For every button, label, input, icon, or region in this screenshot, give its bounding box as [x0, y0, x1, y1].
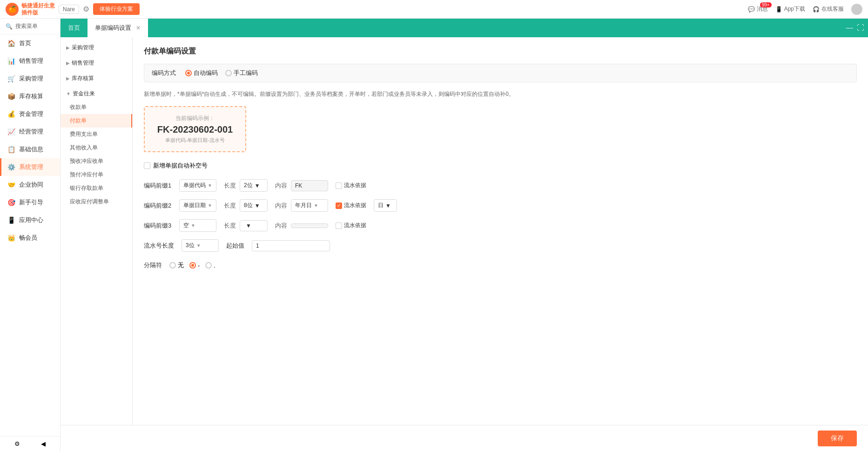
nav-section-purchase: ▶ 采购管理 [61, 41, 132, 54]
chevron-down-icon-p2: ▼ [208, 203, 212, 208]
nav-item-expense[interactable]: 费用支出单 [61, 128, 132, 141]
chevron-down-icon-p1: ▼ [208, 183, 212, 188]
prefix2-select[interactable]: 单据日期 ▼ [179, 199, 216, 212]
separator-label: 分隔符 [144, 261, 162, 269]
encoding-radio-group: 自动编码 手工编码 [185, 69, 258, 77]
serial-checkbox-2[interactable]: ✓ [336, 202, 342, 209]
operation-icon: 📈 [7, 128, 15, 136]
sep-dot-char: . [214, 262, 215, 269]
chevron-down-icon-l1: ▼ [255, 182, 260, 189]
sidebar-item-inventory[interactable]: 📦 库存核算 [0, 88, 60, 105]
sidebar-item-guide[interactable]: 🎯 新手引导 [0, 194, 60, 211]
service-icon: 🎧 [813, 6, 820, 13]
auto-encoding-radio[interactable]: 自动编码 [185, 69, 218, 77]
sep-none-radio[interactable]: 无 [169, 261, 184, 269]
nav-item-prepayment-receivable[interactable]: 预收冲应收单 [61, 155, 132, 168]
sidebar-item-system[interactable]: ⚙️ 系统管理 [0, 158, 60, 176]
sidebar-item-operation[interactable]: 📈 经营管理 [0, 123, 60, 141]
tab-bar: 首页 单据编码设置 ✕ — ⛶ [61, 19, 868, 37]
nav-item-prepayment-payable[interactable]: 预付冲应付单 [61, 168, 132, 182]
serial-checkbox-1[interactable] [336, 182, 342, 189]
nav-item-bank[interactable]: 银行存取款单 [61, 182, 132, 195]
nav-section-sales-header[interactable]: ▶ 销售管理 [61, 56, 132, 70]
nav-section-purchase-header[interactable]: ▶ 采购管理 [61, 41, 132, 54]
workspace-dropdown[interactable]: Nare [59, 5, 79, 14]
sidebar-item-member[interactable]: 👑 畅会员 [0, 229, 60, 247]
tab-home[interactable]: 首页 [61, 19, 87, 37]
main-layout: 🔍 搜索菜单 🏠 首页 📊 销售管理 🛒 采购管理 📦 库存核算 💰 资金管理 … [0, 19, 868, 451]
nav-section-capital-header[interactable]: ▼ 资金往来 [61, 87, 132, 101]
length3-select[interactable]: ▼ [240, 220, 268, 231]
sep-dot-radio[interactable]: . [205, 262, 215, 269]
serial-length-select[interactable]: 3位 ▼ [182, 239, 219, 252]
sidebar: 🔍 搜索菜单 🏠 首页 📊 销售管理 🛒 采购管理 📦 库存核算 💰 资金管理 … [0, 19, 61, 451]
guide-icon: 🎯 [7, 198, 15, 207]
manual-encoding-radio[interactable]: 手工编码 [225, 69, 258, 77]
nav-section-inventory-header[interactable]: ▶ 库存核算 [61, 72, 132, 85]
sep-dot-dot [205, 262, 212, 269]
chevron-down-icon-l2: ▼ [255, 202, 260, 209]
industry-btn[interactable]: 体验行业方案 [93, 3, 140, 15]
message-btn[interactable]: 💬 消息 99+ [748, 5, 768, 13]
sidebar-item-enterprise[interactable]: 🤝 企业协同 [0, 176, 60, 194]
content3-label: 内容 [275, 222, 287, 230]
separator-row: 分隔符 无 - . [144, 261, 857, 269]
nav-section-capital: ▼ 资金往来 收款单 付款单 费用支出单 其他收入单 预收冲应收单 预付冲应付单… [61, 87, 132, 209]
save-button[interactable]: 保存 [818, 431, 857, 446]
tab-encoding-settings[interactable]: 单据编码设置 ✕ [87, 19, 148, 37]
nav-item-payment[interactable]: 付款单 [61, 114, 132, 128]
online-service-btn[interactable]: 🎧 在线客服 [813, 5, 844, 13]
settings-bottom-icon[interactable]: ⚙ [14, 440, 20, 447]
search-menu[interactable]: 🔍 搜索菜单 [0, 19, 60, 34]
user-avatar[interactable] [851, 4, 862, 15]
content-group-1: 内容 FK [275, 180, 328, 191]
sep-dash-radio[interactable]: - [189, 262, 200, 269]
nav-item-other-income[interactable]: 其他收入单 [61, 141, 132, 155]
sidebar-item-sales[interactable]: 📊 销售管理 [0, 52, 60, 70]
chevron-right-icon2: ▶ [66, 61, 70, 66]
apps-icon: 📱 [7, 216, 15, 224]
prefix-row-2: 编码前缀2 单据日期 ▼ 长度 8位 ▼ 内容 [144, 199, 857, 212]
content3-input [291, 223, 328, 228]
sidebar-item-basic[interactable]: 📋 基础信息 [0, 141, 60, 158]
length2-select[interactable]: 8位 ▼ [240, 199, 268, 212]
tab-close-btn[interactable]: ✕ [136, 25, 141, 31]
collapse-icon[interactable]: ◀ [41, 440, 46, 447]
sidebar-item-home[interactable]: 🏠 首页 [0, 34, 60, 52]
chevron-down-icon: ▼ [66, 91, 71, 96]
prefix3-select[interactable]: 空 ▼ [179, 219, 216, 232]
sidebar-item-finance[interactable]: 💰 资金管理 [0, 105, 60, 123]
start-value-input[interactable] [252, 240, 330, 251]
encoding-type-label: 编码方式 [152, 69, 176, 77]
settings-icon[interactable]: ⚙ [83, 5, 89, 13]
message-icon: 💬 [748, 6, 755, 13]
top-bar-right: 💬 消息 99+ 📱 App下载 🎧 在线客服 [748, 4, 862, 15]
app-download-btn[interactable]: 📱 App下载 [775, 5, 805, 13]
content2-select[interactable]: 年月日 ▼ [291, 199, 328, 212]
sep-none-dot [169, 262, 176, 269]
day-select[interactable]: 日 ▼ [374, 199, 397, 212]
length-group-1: 长度 2位 ▼ [224, 179, 268, 192]
auto-fill-checkbox[interactable] [144, 162, 150, 169]
nav-item-adjust[interactable]: 应收应付调整单 [61, 195, 132, 209]
tab-minimize-icon[interactable]: — [846, 24, 853, 32]
chevron-down-icon-l3: ▼ [246, 222, 251, 229]
serial-checkbox-3[interactable] [336, 222, 342, 229]
system-icon: ⚙️ [7, 163, 15, 171]
sidebar-item-purchase[interactable]: 🛒 采购管理 [0, 70, 60, 88]
prefix1-select[interactable]: 单据代码 ▼ [179, 179, 216, 192]
chevron-right-icon: ▶ [66, 45, 70, 50]
logo-icon: 🍊 [6, 3, 19, 16]
sidebar-item-apps[interactable]: 📱 应用中心 [0, 211, 60, 229]
nav-item-receipt[interactable]: 收款单 [61, 101, 132, 114]
message-badge: 99+ [760, 2, 772, 7]
content1-label: 内容 [275, 182, 287, 190]
length2-label: 长度 [224, 202, 236, 210]
manual-radio-dot [225, 70, 232, 76]
tab-expand-icon[interactable]: ⛶ [857, 24, 864, 32]
page-title: 付款单编码设置 [144, 47, 857, 56]
chevron-right-icon3: ▶ [66, 76, 70, 81]
length1-select[interactable]: 2位 ▼ [240, 179, 268, 192]
content1-input: FK [291, 180, 328, 191]
sep-dash-dot [189, 262, 196, 269]
